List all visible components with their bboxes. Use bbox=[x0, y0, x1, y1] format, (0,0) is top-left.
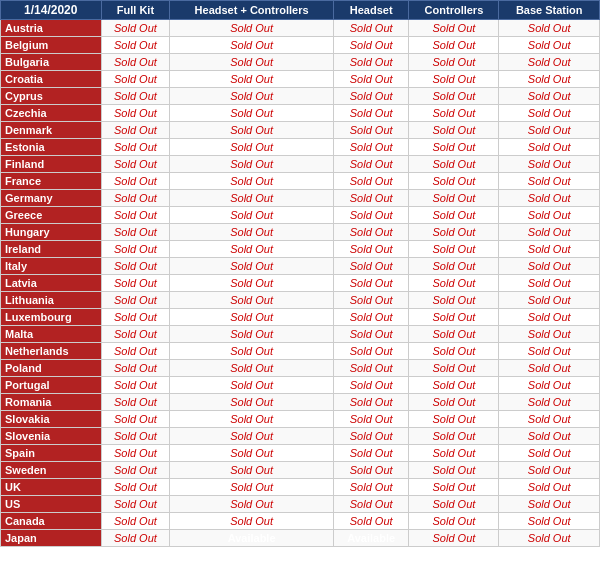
availability-cell: Sold Out bbox=[333, 377, 409, 394]
availability-cell: Sold Out bbox=[101, 377, 170, 394]
country-cell: Bulgaria bbox=[1, 54, 102, 71]
availability-cell: Sold Out bbox=[101, 309, 170, 326]
availability-cell: Sold Out bbox=[333, 122, 409, 139]
availability-cell: Sold Out bbox=[170, 360, 333, 377]
availability-cell: Sold Out bbox=[499, 105, 600, 122]
base-station-header: Base Station bbox=[499, 1, 600, 20]
availability-cell: Sold Out bbox=[333, 20, 409, 37]
availability-cell: Sold Out bbox=[333, 445, 409, 462]
country-cell: Slovakia bbox=[1, 411, 102, 428]
availability-cell: Sold Out bbox=[333, 428, 409, 445]
availability-cell: Sold Out bbox=[333, 241, 409, 258]
table-row: EstoniaSold OutSold OutSold OutSold OutS… bbox=[1, 139, 600, 156]
country-cell: Estonia bbox=[1, 139, 102, 156]
availability-cell: Sold Out bbox=[333, 326, 409, 343]
availability-cell: Sold Out bbox=[101, 156, 170, 173]
availability-cell: Sold Out bbox=[499, 258, 600, 275]
availability-cell: Sold Out bbox=[170, 309, 333, 326]
availability-cell: Sold Out bbox=[170, 173, 333, 190]
availability-cell: Sold Out bbox=[409, 122, 499, 139]
availability-cell: Sold Out bbox=[333, 71, 409, 88]
availability-cell: Sold Out bbox=[499, 20, 600, 37]
availability-cell: Sold Out bbox=[409, 326, 499, 343]
availability-cell: Sold Out bbox=[409, 139, 499, 156]
table-row: LuxembourgSold OutSold OutSold OutSold O… bbox=[1, 309, 600, 326]
country-cell: Hungary bbox=[1, 224, 102, 241]
availability-cell: Sold Out bbox=[101, 479, 170, 496]
date-header: 1/14/2020 bbox=[1, 1, 102, 20]
country-cell: Finland bbox=[1, 156, 102, 173]
availability-cell: Sold Out bbox=[333, 411, 409, 428]
availability-cell: Sold Out bbox=[101, 207, 170, 224]
availability-cell: Sold Out bbox=[333, 343, 409, 360]
availability-cell: Sold Out bbox=[170, 241, 333, 258]
availability-cell: Sold Out bbox=[101, 462, 170, 479]
country-cell: Canada bbox=[1, 513, 102, 530]
table-row: RomaniaSold OutSold OutSold OutSold OutS… bbox=[1, 394, 600, 411]
availability-cell: Sold Out bbox=[499, 54, 600, 71]
availability-cell: Sold Out bbox=[170, 275, 333, 292]
table-row: CanadaSold OutSold OutSold OutSold OutSo… bbox=[1, 513, 600, 530]
availability-cell: Sold Out bbox=[333, 479, 409, 496]
availability-cell: Sold Out bbox=[170, 479, 333, 496]
availability-cell: Sold Out bbox=[409, 292, 499, 309]
availability-cell: Sold Out bbox=[101, 54, 170, 71]
availability-cell: Sold Out bbox=[409, 20, 499, 37]
table-row: USSold OutSold OutSold OutSold OutSold O… bbox=[1, 496, 600, 513]
country-cell: Spain bbox=[1, 445, 102, 462]
availability-cell: Sold Out bbox=[170, 207, 333, 224]
availability-cell: Sold Out bbox=[333, 394, 409, 411]
availability-cell: Sold Out bbox=[333, 275, 409, 292]
availability-cell: Sold Out bbox=[170, 428, 333, 445]
availability-cell: Sold Out bbox=[101, 241, 170, 258]
table-row: NetherlandsSold OutSold OutSold OutSold … bbox=[1, 343, 600, 360]
availability-cell: Sold Out bbox=[333, 513, 409, 530]
availability-cell: Sold Out bbox=[409, 428, 499, 445]
table-row: UKSold OutSold OutSold OutSold OutSold O… bbox=[1, 479, 600, 496]
table-row: PolandSold OutSold OutSold OutSold OutSo… bbox=[1, 360, 600, 377]
table-row: AustriaSold OutSold OutSold OutSold OutS… bbox=[1, 20, 600, 37]
availability-cell: Sold Out bbox=[170, 156, 333, 173]
controllers-header: Controllers bbox=[409, 1, 499, 20]
country-cell: Austria bbox=[1, 20, 102, 37]
availability-cell: Sold Out bbox=[409, 530, 499, 547]
table-row: IrelandSold OutSold OutSold OutSold OutS… bbox=[1, 241, 600, 258]
table-row: LatviaSold OutSold OutSold OutSold OutSo… bbox=[1, 275, 600, 292]
country-cell: Romania bbox=[1, 394, 102, 411]
availability-cell: Sold Out bbox=[409, 105, 499, 122]
country-cell: Japan bbox=[1, 530, 102, 547]
availability-cell: Sold Out bbox=[409, 462, 499, 479]
availability-cell: Sold Out bbox=[409, 411, 499, 428]
table-row: GreeceSold OutSold OutSold OutSold OutSo… bbox=[1, 207, 600, 224]
table-row: GermanySold OutSold OutSold OutSold OutS… bbox=[1, 190, 600, 207]
availability-cell: Sold Out bbox=[101, 37, 170, 54]
availability-cell: Sold Out bbox=[499, 462, 600, 479]
availability-cell: Sold Out bbox=[499, 275, 600, 292]
availability-cell: Sold Out bbox=[409, 37, 499, 54]
availability-cell: Sold Out bbox=[499, 309, 600, 326]
availability-cell: Sold Out bbox=[333, 139, 409, 156]
availability-cell: Sold Out bbox=[499, 343, 600, 360]
availability-cell: Sold Out bbox=[101, 105, 170, 122]
availability-cell: Sold Out bbox=[170, 54, 333, 71]
country-cell: Ireland bbox=[1, 241, 102, 258]
country-cell: Italy bbox=[1, 258, 102, 275]
availability-cell: Sold Out bbox=[333, 292, 409, 309]
availability-cell: Sold Out bbox=[333, 360, 409, 377]
availability-cell: Sold Out bbox=[170, 37, 333, 54]
availability-cell: Sold Out bbox=[101, 173, 170, 190]
availability-cell: Sold Out bbox=[499, 122, 600, 139]
availability-cell: Sold Out bbox=[101, 513, 170, 530]
availability-cell: Sold Out bbox=[499, 377, 600, 394]
availability-cell: Sold Out bbox=[170, 513, 333, 530]
table-row: LithuaniaSold OutSold OutSold OutSold Ou… bbox=[1, 292, 600, 309]
headset-controllers-header: Headset + Controllers bbox=[170, 1, 333, 20]
availability-cell: Sold Out bbox=[499, 207, 600, 224]
availability-cell: Sold Out bbox=[101, 224, 170, 241]
availability-cell: Sold Out bbox=[170, 122, 333, 139]
availability-cell: Sold Out bbox=[101, 496, 170, 513]
availability-cell: Sold Out bbox=[499, 71, 600, 88]
availability-cell: Sold Out bbox=[409, 241, 499, 258]
availability-cell: Sold Out bbox=[499, 156, 600, 173]
country-cell: Greece bbox=[1, 207, 102, 224]
